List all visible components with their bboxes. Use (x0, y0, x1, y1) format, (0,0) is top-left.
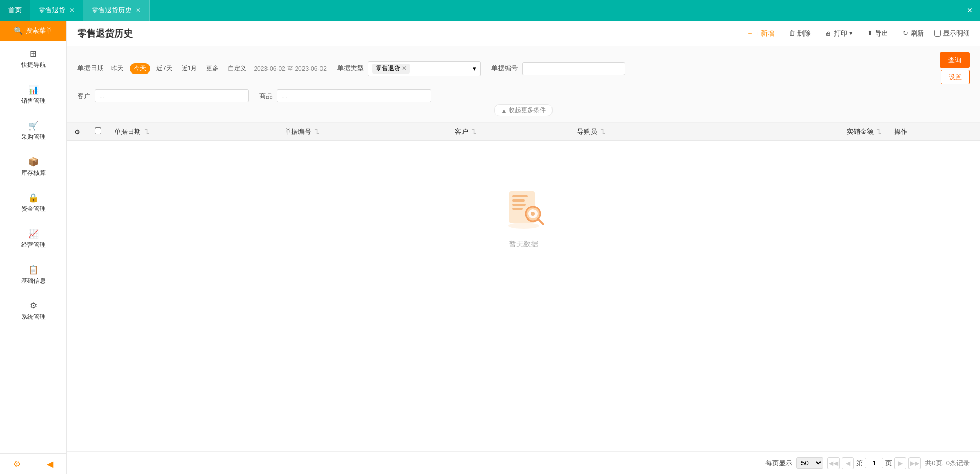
tab-retail-return[interactable]: 零售退货 ✕ (30, 0, 83, 21)
sidebar: 🔍 搜索菜单 ⊞ 快捷导航 📊 销售管理 🛒 采购管理 📦 库存核算 🔒 (0, 21, 67, 474)
sidebar-volume-icon[interactable]: ◀ (47, 459, 53, 469)
business-icon: 📈 (28, 228, 39, 239)
first-page-button[interactable]: ◀◀ (827, 457, 840, 469)
col-date: 单据日期 ⇅ (108, 123, 278, 141)
col-date-sort-icon[interactable]: ⇅ (144, 127, 150, 135)
export-icon: ⬆ (867, 29, 873, 37)
tab-retail-return-close[interactable]: ✕ (69, 7, 75, 14)
main-table: ⚙ 单据日期 ⇅ 单据编号 ⇅ (67, 123, 980, 290)
tab-retail-return-label: 零售退货 (39, 6, 65, 15)
sidebar-item-basic-info[interactable]: 📋 基础信息 (0, 257, 66, 293)
tab-retail-return-history-label: 零售退货历史 (92, 6, 132, 15)
goods-select[interactable]: ... (277, 89, 431, 102)
type-tag-close-icon[interactable]: ✕ (402, 65, 407, 72)
collapse-button[interactable]: ▲ 收起更多条件 (494, 104, 553, 116)
sidebar-settings-icon[interactable]: ⚙ (13, 459, 21, 469)
col-amount-label: 实销金额 (847, 127, 874, 135)
sidebar-items: ⊞ 快捷导航 📊 销售管理 🛒 采购管理 📦 库存核算 🔒 资金管理 📈 (0, 41, 66, 453)
print-label: 打印 (834, 29, 847, 38)
export-button[interactable]: ⬆ 导出 (863, 27, 893, 40)
date-btn-yesterday[interactable]: 昨天 (108, 63, 127, 74)
collapse-row: ▲ 收起更多条件 (77, 104, 970, 116)
select-all-checkbox[interactable] (95, 127, 101, 134)
column-settings-icon[interactable]: ⚙ (74, 128, 80, 136)
customer-placeholder: ... (99, 92, 105, 100)
sidebar-item-finance-label: 资金管理 (21, 205, 46, 213)
sidebar-item-sys-mgmt[interactable]: ⚙ 系统管理 (0, 293, 66, 329)
date-range: 2023-06-02 至 2023-06-02 (254, 65, 326, 74)
minimize-button[interactable]: — (953, 6, 961, 14)
col-number: 单据编号 ⇅ (278, 123, 449, 141)
date-btn-today[interactable]: 今天 (130, 63, 150, 74)
last-page-button[interactable]: ▶▶ (908, 457, 921, 469)
date-filter: 单据日期 昨天 今天 近7天 近1月 更多 自定义 2023-06-02 至 2… (77, 63, 327, 74)
date-filter-label: 单据日期 (77, 64, 104, 73)
sidebar-search[interactable]: 🔍 搜索菜单 (0, 21, 66, 41)
col-date-label: 单据日期 (114, 127, 141, 135)
content-area: 零售退货历史 ＋ + 新增 🗑 删除 🖨 打印 ▾ (67, 21, 980, 474)
sidebar-item-business-mgmt[interactable]: 📈 经营管理 (0, 221, 66, 257)
filter-row-2: 客户 ... 商品 ... (77, 89, 970, 102)
per-page-select[interactable]: 50 10 20 100 (796, 457, 823, 469)
query-button[interactable]: 查询 (940, 52, 970, 68)
type-select[interactable]: 零售退货 ✕ ▾ (368, 61, 481, 76)
svg-point-0 (508, 223, 539, 229)
date-btn-more[interactable]: 更多 (203, 63, 222, 74)
sidebar-item-basic-label: 基础信息 (21, 277, 46, 285)
sidebar-bottom: ⚙ ◀ (0, 453, 66, 474)
sidebar-search-label: 搜索菜单 (26, 26, 52, 35)
empty-state-row: 暂无数据 (67, 141, 980, 290)
sidebar-item-quick-nav-label: 快捷导航 (21, 61, 46, 69)
tab-home-label: 首页 (8, 6, 22, 15)
basic-info-icon: 📋 (28, 264, 39, 275)
collapse-arrow-icon: ▲ (501, 107, 507, 114)
prev-page-button[interactable]: ◀ (842, 457, 854, 469)
page-nav: ◀◀ ◀ 第 页 ▶ ▶▶ (827, 457, 921, 469)
sidebar-item-finance[interactable]: 🔒 资金管理 (0, 185, 66, 221)
new-label: + 新增 (755, 29, 774, 38)
show-detail-checkbox[interactable] (934, 30, 941, 37)
sidebar-item-quick-nav[interactable]: ⊞ 快捷导航 (0, 41, 66, 77)
col-action: 操作 (888, 123, 980, 141)
tab-retail-return-history[interactable]: 零售退货历史 ✕ (83, 0, 150, 21)
sidebar-item-inventory[interactable]: 📦 库存核算 (0, 149, 66, 185)
date-btn-custom[interactable]: 自定义 (225, 63, 250, 74)
close-button[interactable]: ✕ (966, 6, 974, 14)
settings-button[interactable]: 设置 (941, 70, 970, 84)
type-filter: 单据类型 零售退货 ✕ ▾ (337, 61, 481, 76)
print-arrow-icon: ▾ (849, 29, 853, 37)
purchase-icon: 🛒 (28, 120, 39, 131)
customer-select[interactable]: ... (95, 89, 249, 102)
collapse-label: 收起更多条件 (509, 106, 546, 115)
per-page-label: 每页显示 (765, 459, 792, 468)
col-amount-sort-icon[interactable]: ⇅ (876, 127, 882, 135)
page-input[interactable] (865, 458, 883, 468)
col-guide: 导购员 ⇅ (571, 123, 718, 141)
next-page-button[interactable]: ▶ (894, 457, 906, 469)
sidebar-item-purchase-mgmt[interactable]: 🛒 采购管理 (0, 113, 66, 149)
print-button[interactable]: 🖨 打印 ▾ (821, 27, 857, 40)
delete-button[interactable]: 🗑 删除 (785, 27, 815, 40)
col-number-sort-icon[interactable]: ⇅ (314, 127, 320, 135)
col-checkbox[interactable] (87, 123, 108, 141)
refresh-button[interactable]: ↻ 刷新 (899, 27, 928, 40)
main-body: 🔍 搜索菜单 ⊞ 快捷导航 📊 销售管理 🛒 采购管理 📦 库存核算 🔒 (0, 21, 980, 474)
number-input[interactable] (522, 62, 625, 75)
empty-state-icon (498, 182, 549, 233)
tab-retail-return-history-close[interactable]: ✕ (136, 7, 141, 14)
sidebar-item-sales-mgmt[interactable]: 📊 销售管理 (0, 77, 66, 113)
new-button[interactable]: ＋ + 新增 (742, 27, 778, 40)
sidebar-item-sys-label: 系统管理 (21, 313, 46, 321)
col-guide-sort-icon[interactable]: ⇅ (600, 127, 606, 135)
date-btn-1month[interactable]: 近1月 (179, 63, 201, 74)
refresh-label: 刷新 (911, 29, 924, 38)
type-filter-label: 单据类型 (337, 64, 364, 73)
col-settings[interactable]: ⚙ (67, 123, 87, 141)
col-customer-sort-icon[interactable]: ⇅ (471, 127, 477, 135)
customer-filter: 客户 ... (77, 89, 249, 102)
tab-home[interactable]: 首页 (0, 0, 30, 21)
date-btn-7days[interactable]: 近7天 (153, 63, 175, 74)
table-body: 暂无数据 (67, 141, 980, 290)
top-nav: 首页 零售退货 ✕ 零售退货历史 ✕ — ✕ (0, 0, 980, 21)
sidebar-item-business-label: 经营管理 (21, 241, 46, 249)
